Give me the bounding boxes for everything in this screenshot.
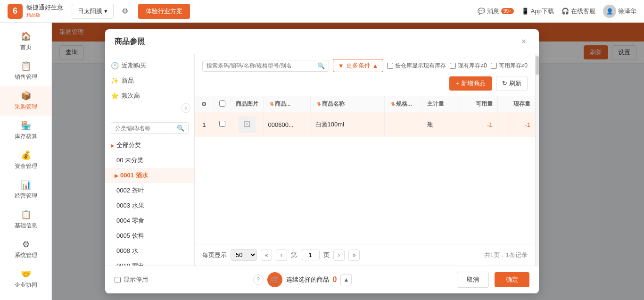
- modal-scrollbar[interactable]: [535, 54, 539, 266]
- col-header-unit: 主计量: [422, 96, 460, 112]
- category-panel: 🕐 近期购买 ✨ 新品 ⭐ 频次高: [105, 54, 195, 266]
- filter-chevron-icon: ▲: [372, 62, 379, 69]
- product-table-wrap: ⚙ 商品图片: [195, 96, 535, 244]
- confirm-button[interactable]: 确定: [495, 272, 529, 287]
- col-header-spec: ⇅ 规格...: [384, 96, 422, 112]
- col-header-settings[interactable]: ⚙: [195, 96, 214, 112]
- customer-service-nav-item[interactable]: 🎧 在线客服: [561, 7, 595, 16]
- show-disabled-checkbox[interactable]: [115, 277, 121, 283]
- product-search-input[interactable]: [206, 62, 315, 69]
- clock-icon: 🕐: [111, 62, 119, 69]
- sidebar-item-label: 销售管理: [15, 73, 37, 81]
- cat-item-appliance[interactable]: 0010 家电: [105, 258, 194, 266]
- help-icon[interactable]: ?: [253, 275, 264, 285]
- sidebar-item-basic[interactable]: 📋 基础信息: [0, 205, 51, 234]
- cat-item-tea[interactable]: 0002 茶叶: [105, 183, 194, 198]
- table-settings-icon[interactable]: ⚙: [201, 101, 206, 108]
- product-reference-modal: 商品参照 × 🕐 近期购买 ✨ 新: [105, 29, 539, 293]
- modal-overlay: 商品参照 × 🕐 近期购买 ✨ 新: [52, 23, 644, 300]
- product-thumbnail: 🖼: [239, 116, 256, 133]
- next-page-button[interactable]: ›: [333, 250, 345, 261]
- sidebar-item-guide[interactable]: 📖 新手引导: [0, 294, 51, 300]
- warehouse-filter-checkbox[interactable]: [387, 63, 393, 69]
- warehouse-filter-label[interactable]: 按仓库显示现有库存: [387, 62, 446, 70]
- sidebar-item-inventory[interactable]: 🏪 库存核算: [0, 116, 51, 145]
- more-filter-button[interactable]: ▼ 更多条件 ▲: [333, 59, 384, 72]
- table-row[interactable]: 1 🖼: [195, 112, 535, 137]
- sidebar-item-system[interactable]: ⚙ 系统管理: [0, 234, 51, 264]
- select-all-checkbox[interactable]: [219, 100, 225, 107]
- cat-item-beverage[interactable]: 0005 饮料: [105, 228, 194, 243]
- scroll-thumb[interactable]: [536, 56, 539, 75]
- row-checkbox[interactable]: [219, 121, 225, 127]
- new-icon: ✨: [111, 77, 119, 84]
- quick-link-recent[interactable]: 🕐 近期购买: [105, 58, 194, 73]
- sort-icon[interactable]: ⇅: [270, 101, 273, 107]
- show-disabled-label[interactable]: 显示停用: [115, 275, 148, 284]
- category-search-input[interactable]: [115, 125, 175, 132]
- sidebar-item-finance[interactable]: 💰 资金管理: [0, 145, 51, 175]
- sidebar-item-label: 库存核算: [15, 133, 37, 141]
- branch-dropdown[interactable]: 日太阳膜 ▾: [72, 4, 114, 19]
- cat-item-uncategorized[interactable]: 00 未分类: [105, 153, 194, 168]
- product-search-bar: 🔍 ▼ 更多条件 ▲ 按仓库显示现有库存: [195, 54, 535, 96]
- quick-link-frequent[interactable]: ⭐ 频次高: [105, 88, 194, 103]
- cart-button[interactable]: 🛒: [267, 272, 282, 287]
- sidebar-item-label: 首页: [20, 43, 32, 51]
- cart-icon: 🛒: [270, 275, 280, 284]
- sidebar-item-purchase[interactable]: 📦 采购管理: [0, 86, 51, 116]
- sidebar-item-operation[interactable]: 📊 经营管理: [0, 175, 51, 205]
- message-nav-item[interactable]: 💬 消息 99+: [478, 7, 514, 16]
- cat-item-water[interactable]: 0008 水: [105, 243, 194, 258]
- modal-close-button[interactable]: ×: [518, 36, 529, 47]
- modal-footer: 显示停用 ? 🛒 连续选择的商品 0 ▲ 取消 确定: [105, 266, 539, 293]
- collapse-cart-button[interactable]: ▲: [340, 274, 352, 285]
- cat-item-snack[interactable]: 0004 零食: [105, 213, 194, 228]
- row-num: 1: [195, 112, 214, 137]
- quick-link-new[interactable]: ✨ 新品: [105, 73, 194, 88]
- per-page-select[interactable]: 50 10 20 100: [231, 249, 257, 261]
- stock-nonzero-label[interactable]: 现有库存≠0: [450, 62, 487, 70]
- row-unit: 瓶: [422, 112, 460, 137]
- row-image: 🖼: [231, 112, 263, 137]
- experience-button[interactable]: 体验行业方案: [138, 4, 190, 19]
- cancel-button[interactable]: 取消: [457, 272, 489, 288]
- prev-page-button[interactable]: ‹: [276, 250, 287, 261]
- col-header-image: 商品图片: [231, 96, 263, 112]
- row-spec: [384, 112, 422, 137]
- settings-icon[interactable]: ⚙: [117, 4, 132, 19]
- finance-icon: 💰: [21, 150, 31, 160]
- product-refresh-button[interactable]: ↻ 刷新: [496, 76, 528, 91]
- cat-item-all[interactable]: ▶ 全部分类: [105, 138, 194, 153]
- sort-spec-icon[interactable]: ⇅: [391, 101, 395, 107]
- product-panel: 🔍 ▼ 更多条件 ▲ 按仓库显示现有库存: [195, 54, 535, 266]
- sidebar-item-label: 系统管理: [15, 251, 37, 259]
- last-page-button[interactable]: »: [348, 250, 360, 261]
- sort-name-icon[interactable]: ⇅: [317, 101, 321, 107]
- sidebar-item-enterprise[interactable]: 🤝 企业协同: [0, 264, 51, 294]
- row-available: -1: [460, 112, 497, 137]
- avatar: 👤: [603, 5, 616, 18]
- usable-nonzero-checkbox[interactable]: [491, 63, 497, 69]
- usable-nonzero-label[interactable]: 可用库存≠0: [491, 62, 528, 70]
- first-page-button[interactable]: «: [261, 250, 272, 261]
- app-download-nav-item[interactable]: 📱 App下载: [521, 7, 554, 16]
- modal-title: 商品参照: [115, 37, 145, 47]
- sidebar-item-label: 基础信息: [15, 222, 37, 230]
- content-area: 采购管理 查询 刷新 设置 商品参照 ×: [52, 23, 644, 300]
- nav-right: 💬 消息 99+ 📱 App下载 🎧 在线客服 👤 徐泽华: [478, 5, 636, 18]
- row-check[interactable]: [214, 112, 231, 137]
- user-profile-item[interactable]: 👤 徐泽华: [603, 5, 636, 18]
- row-stock: -1: [497, 112, 535, 137]
- cat-item-liquor[interactable]: ▶ 0001 酒水: [105, 168, 194, 183]
- sidebar-item-sales[interactable]: 📋 销售管理: [0, 56, 51, 86]
- cat-item-fruit[interactable]: 0003 水果: [105, 198, 194, 213]
- sidebar-item-home[interactable]: 🏠 首页: [0, 26, 51, 56]
- new-product-button[interactable]: + 新增商品: [449, 76, 492, 91]
- page-number-input[interactable]: [301, 250, 320, 260]
- main-layout: 🏠 首页 📋 销售管理 📦 采购管理 🏪 库存核算 💰 资金管理 📊 经营管理 …: [0, 23, 644, 300]
- stock-nonzero-checkbox[interactable]: [450, 63, 456, 69]
- collapse-panel-button[interactable]: «: [181, 103, 190, 113]
- logo-sub: 精品版: [26, 12, 63, 18]
- page-label-2: 页: [323, 251, 330, 259]
